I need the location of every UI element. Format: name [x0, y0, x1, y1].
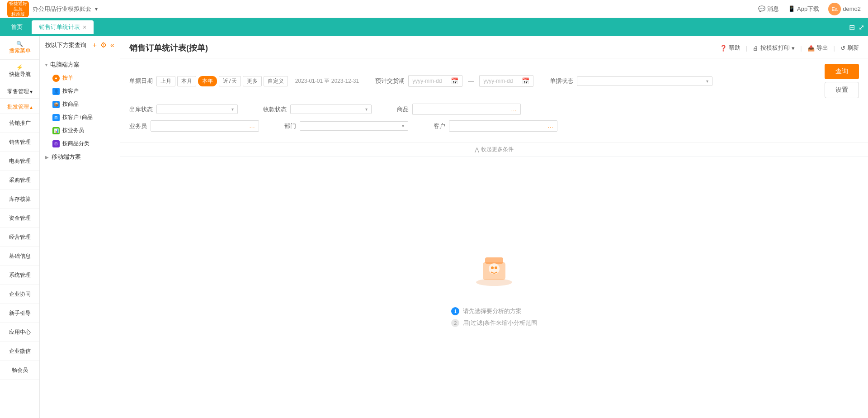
scheme-group-header-desktop[interactable]: ▾ 电脑端方案 [40, 58, 120, 71]
goods-input[interactable]: … [412, 104, 521, 115]
print-btn[interactable]: 🖨 按模板打印 ▾ [753, 44, 795, 52]
sidebar-purchase-label: 采购管理 [0, 176, 39, 184]
sidebar-item-newbie[interactable]: 新手引导 [0, 304, 39, 323]
scheme-item-by-category[interactable]: ⊞ 按商品分类 [40, 137, 120, 150]
window-expand-icon[interactable]: ⤢ [859, 23, 864, 32]
query-button[interactable]: 查询 [825, 64, 859, 79]
logo-text: 畅捷通好生意标准版 [7, 1, 29, 17]
payment-select[interactable]: ▾ [290, 104, 372, 114]
date-btn-last-month[interactable]: 上月 [156, 76, 175, 86]
salesman-group: 业务员 … [129, 120, 259, 132]
date-btn-more[interactable]: 更多 [243, 76, 262, 86]
goods-label: 商品 [397, 105, 409, 114]
message-btn[interactable]: 💬 消息 [758, 5, 779, 13]
tabbar-right: ⊟ ⤢ [849, 23, 864, 32]
sidebar-item-corp[interactable]: 企业协同 [0, 285, 39, 304]
scheme-item-by-goods[interactable]: 📦 按商品 [40, 98, 120, 111]
date-btn-this-year[interactable]: 本年 [198, 76, 217, 86]
sidebar-item-ecommerce[interactable]: 电商管理 [0, 152, 39, 171]
dept-label: 部门 [284, 122, 296, 130]
shipment-group: 出库状态 ▾ [129, 104, 238, 114]
sidebar-nav-label: 快捷导航 [4, 71, 36, 78]
sidebar-item-appcenter[interactable]: 应用中心 [0, 323, 39, 342]
sidebar-item-finance[interactable]: 资金管理 [0, 209, 39, 228]
user-menu[interactable]: Ea demo2 [828, 3, 861, 15]
status-filter-group: 单据状态 ▾ [550, 76, 712, 86]
help-btn[interactable]: ❓ 帮助 [720, 44, 741, 52]
sidebar-basic-label: 基础信息 [0, 252, 39, 260]
window-minimize-icon[interactable]: ⊟ [849, 23, 855, 32]
scheme-mobile-section[interactable]: ▶ 移动端方案 [40, 150, 120, 164]
filter-section: 单据日期 上月 本月 本年 近7天 更多 自定义 2023-01-01 至 20… [120, 58, 868, 142]
scheme-group-arrow: ▾ [45, 62, 47, 67]
app-download-btn[interactable]: 📱 App下载 [788, 5, 819, 13]
app-icon: 📱 [788, 5, 795, 12]
expected-date-end[interactable]: yyyy-mm-dd 📅 [479, 75, 533, 87]
customer-input[interactable]: … [449, 120, 557, 132]
topbar-dropdown-icon[interactable]: ▾ [95, 6, 98, 12]
goods-group: 商品 … [397, 104, 521, 115]
scheme-collapse-icon[interactable]: « [110, 41, 114, 49]
sidebar-newbie-label: 新手引导 [0, 309, 39, 317]
divider3: | [834, 45, 835, 52]
setting-button[interactable]: 设置 [825, 82, 859, 98]
tab-sales-statistics[interactable]: 销售订单统计表 × [32, 20, 94, 34]
sidebar-item-basic[interactable]: 基础信息 [0, 247, 39, 266]
tabbar: 首页 销售订单统计表 × ⊟ ⤢ [0, 18, 868, 36]
date-btn-this-month[interactable]: 本月 [177, 76, 196, 86]
sidebar-item-inventory[interactable]: 库存核算 [0, 190, 39, 209]
export-btn[interactable]: 📤 导出 [807, 44, 828, 52]
refresh-btn[interactable]: ↺ 刷新 [840, 44, 859, 52]
date-btn-custom[interactable]: 自定义 [264, 76, 288, 86]
scheme-item-by-salesman[interactable]: 📊 按业务员 [40, 124, 120, 137]
scheme-panel: 按以下方案查询 + ⚙ « ▾ 电脑端方案 ● 按单 [40, 36, 120, 418]
expected-date-label: 预计交货期 [375, 77, 405, 85]
scheme-item-label-customer: 按客户 [62, 87, 79, 95]
shipment-select[interactable]: ▾ [156, 104, 238, 114]
tab-label: 销售订单统计表 [39, 23, 80, 31]
scheme-setting-icon[interactable]: ⚙ [100, 41, 107, 49]
svg-point-5 [495, 266, 497, 269]
sidebar-item-member[interactable]: 畅会员 [0, 361, 39, 380]
customer-group: 客户 … [434, 120, 557, 132]
date-start-placeholder: yyyy-mm-dd [412, 78, 442, 84]
topbar: 畅捷通好生意标准版 办公用品行业模拟账套 ▾ 💬 消息 📱 App下载 Ea d… [0, 0, 868, 18]
tab-close-icon[interactable]: × [83, 24, 86, 31]
scheme-item-by-order[interactable]: ● 按单 [40, 71, 120, 85]
date-separator: — [466, 78, 476, 85]
salesman-label: 业务员 [129, 122, 147, 130]
dept-select[interactable]: ▾ [300, 121, 408, 131]
sidebar-item-retail[interactable]: 零售管理 ▾ [0, 83, 39, 99]
tab-home[interactable]: 首页 [4, 20, 30, 34]
scheme-add-icon[interactable]: + [93, 41, 97, 49]
refresh-icon: ↺ [840, 45, 845, 52]
date-btn-last-7[interactable]: 近7天 [219, 76, 241, 86]
sidebar-item-operation[interactable]: 经营管理 [0, 228, 39, 247]
customer-label: 客户 [434, 122, 445, 130]
scheme-item-label-goods: 按商品 [62, 100, 79, 108]
sidebar-item-purchase[interactable]: 采购管理 [0, 171, 39, 190]
scheme-item-by-cust-goods[interactable]: ⊞ 按客户+商品 [40, 111, 120, 124]
sidebar-item-wholesale[interactable]: 批发管理 ▴ [0, 99, 39, 114]
sidebar-item-marketing[interactable]: 营销推广 [0, 114, 39, 133]
page-header-actions: ❓ 帮助 | 🖨 按模板打印 ▾ | 📤 导出 [720, 44, 859, 52]
expected-date-start[interactable]: yyyy-mm-dd 📅 [408, 75, 462, 87]
step-num-1: 1 [451, 307, 459, 315]
expected-date-group: 预计交货期 yyyy-mm-dd 📅 — yyyy-mm-dd 📅 [375, 75, 533, 87]
status-select[interactable]: ▾ [577, 76, 712, 86]
sidebar-item-sales-mgmt[interactable]: 销售管理 [0, 133, 39, 152]
divider1: | [746, 45, 747, 52]
sidebar-item-wechat[interactable]: 企业微信 [0, 342, 39, 361]
scheme-mobile-label: 移动端方案 [52, 153, 81, 161]
dept-caret-icon: ▾ [402, 124, 404, 128]
salesman-input[interactable]: … [151, 120, 259, 132]
topbar-right: 💬 消息 📱 App下载 Ea demo2 [758, 3, 861, 15]
sidebar-item-quick-nav[interactable]: ⚡ 快捷导航 [0, 60, 39, 83]
date-label: 单据日期 [129, 77, 153, 85]
scheme-item-by-customer[interactable]: 👤 按客户 [40, 85, 120, 98]
sidebar-item-search[interactable]: 🔍 搜索菜单 [0, 36, 39, 60]
sidebar-item-system[interactable]: 系统管理 [0, 266, 39, 285]
empty-state: 1 请先选择要分析的方案 2 用[过滤]条件来缩小分析范围 [120, 157, 868, 418]
main-content: 销售订单统计表(按单) ❓ 帮助 | 🖨 按模板打印 ▾ | [120, 36, 868, 418]
collapse-button[interactable]: ⋀ 收起更多条件 [475, 146, 514, 153]
